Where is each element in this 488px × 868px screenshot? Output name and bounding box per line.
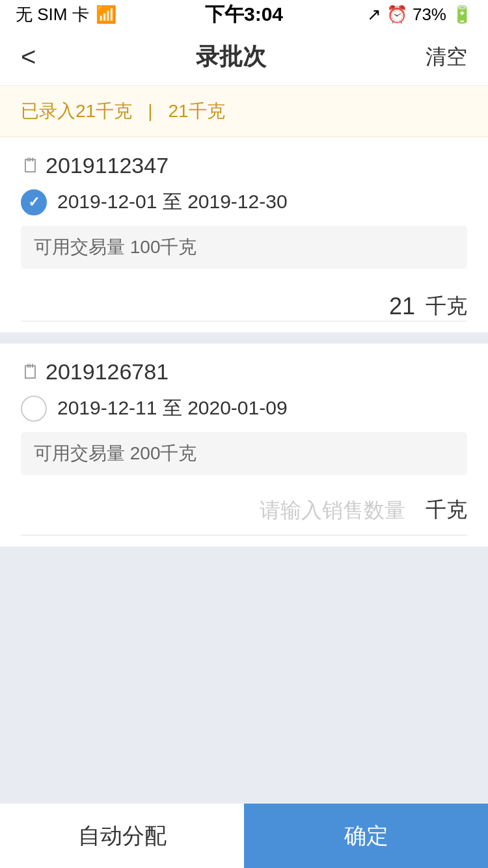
batch-amount-input-row-2[interactable]: 千克 [0, 488, 488, 535]
back-button[interactable]: < [21, 42, 36, 72]
batch-date-2: 2019-12-11 至 2020-01-09 [57, 395, 288, 422]
alarm-icon: ⏰ [386, 5, 407, 25]
batch-amount-value-1: 21 [389, 293, 415, 320]
batch-id-2: 2019126781 [46, 359, 169, 385]
status-right: ↗ ⏰ 73% 🔋 [367, 5, 472, 25]
radio-btn-1[interactable] [21, 189, 47, 215]
batch-amount-unit-1: 千克 [426, 292, 467, 321]
no-sim-text: 无 SIM 卡 [16, 3, 89, 26]
nav-bar: < 录批次 清空 [0, 29, 488, 86]
wifi-icon: 📶 [96, 5, 116, 25]
batch-id-row-1: 🗒 2019112347 [21, 153, 467, 178]
batch-card-2: 🗒 2019126781 2019-12-11 至 2020-01-09 可用交… [0, 344, 488, 546]
location-icon: ↗ [367, 5, 381, 25]
status-left: 无 SIM 卡 📶 [16, 3, 116, 26]
summary-divider: | [148, 101, 152, 122]
recorded-amount: 已录入21千克 [21, 99, 132, 124]
batch-amount-unit-2: 千克 [426, 496, 467, 524]
section-divider [0, 333, 488, 344]
confirm-button[interactable]: 确定 [244, 804, 488, 868]
battery-text: 73% [413, 5, 446, 25]
batch-id-1: 2019112347 [46, 153, 169, 178]
empty-area [0, 547, 488, 847]
summary-bar: 已录入21千克 | 21千克 [0, 86, 488, 137]
doc-icon-1: 🗒 [21, 155, 40, 177]
batch-date-row-2[interactable]: 2019-12-11 至 2020-01-09 [21, 395, 467, 422]
total-amount: 21千克 [168, 99, 224, 124]
batch-date-row-1[interactable]: 2019-12-01 至 2019-12-30 [21, 189, 467, 215]
battery-icon: 🔋 [452, 5, 472, 25]
batch-available-2: 可用交易量 200千克 [21, 432, 467, 475]
page-title: 录批次 [196, 41, 266, 73]
sales-quantity-input[interactable] [155, 498, 415, 522]
clear-button[interactable]: 清空 [426, 43, 467, 72]
auto-assign-button[interactable]: 自动分配 [0, 804, 244, 868]
batch-id-row-2: 🗒 2019126781 [21, 359, 467, 385]
batch-amount-row-1: 21 千克 [0, 282, 488, 321]
status-time: 下午3:04 [205, 1, 283, 28]
doc-icon-2: 🗒 [21, 361, 40, 383]
bottom-bar: 自动分配 确定 [0, 803, 488, 868]
radio-btn-2[interactable] [21, 396, 47, 422]
status-bar: 无 SIM 卡 📶 下午3:04 ↗ ⏰ 73% 🔋 [0, 0, 488, 29]
batch-date-1: 2019-12-01 至 2019-12-30 [57, 189, 288, 215]
batch-available-1: 可用交易量 100千克 [21, 226, 467, 269]
batch-card-1: 🗒 2019112347 2019-12-01 至 2019-12-30 可用交… [0, 137, 488, 332]
